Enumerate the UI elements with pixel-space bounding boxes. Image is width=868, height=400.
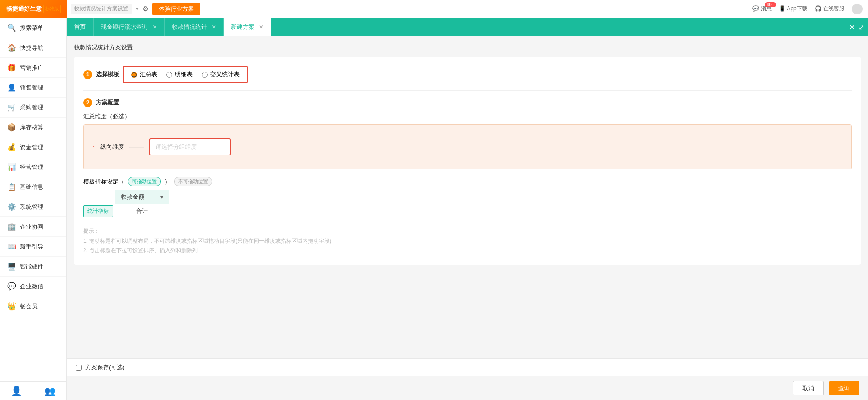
tab-bar: 首页 现金银行流水查询 ✕ 收款情况统计 ✕ 新建方案 ✕ ✕ ⤢ bbox=[67, 18, 868, 36]
query-button[interactable]: 查询 bbox=[829, 381, 859, 395]
download-label: App下载 bbox=[787, 5, 807, 12]
dimension-area: * 纵向维度 —— 请选择分组维度 bbox=[83, 124, 852, 169]
tab-home[interactable]: 首页 bbox=[67, 18, 94, 36]
sidebar-item-member[interactable]: 👑 畅会员 bbox=[0, 296, 66, 316]
indicator-section: 模板指标设定（ 可拖动位置 ） 不可拖动位置 统计指标 收款金额 ▾ bbox=[83, 177, 852, 219]
tips-section: 提示： 1. 拖动标题栏可以调整布局，不可跨维度或指标区域拖动目字段(只能在同一… bbox=[83, 226, 852, 256]
sidebar-label: 畅会员 bbox=[20, 302, 38, 311]
stat-table: 收款金额 ▾ 合计 bbox=[115, 190, 169, 218]
sidebar-label: 新手引导 bbox=[20, 243, 43, 251]
chart-icon: 📊 bbox=[7, 163, 16, 171]
tip-1: 1. 拖动标题栏可以调整布局，不可跨维度或指标区域拖动目字段(只能在同一维度或指… bbox=[83, 236, 852, 246]
app-name: 畅捷通好生意 bbox=[6, 5, 42, 13]
stat-table-header: 收款金额 ▾ bbox=[115, 190, 169, 204]
dimension-placeholder: 请选择分组维度 bbox=[156, 143, 197, 151]
tab-new[interactable]: 新建方案 ✕ bbox=[224, 18, 271, 36]
non-draggable-badge: 不可拖动位置 bbox=[174, 177, 212, 186]
breadcrumb: 收款情况统计方案设置 bbox=[71, 4, 132, 14]
page-content: 收款情况统计方案设置 1 选择模板 汇总表 明细表 bbox=[67, 36, 868, 358]
sidebar-item-enterprise[interactable]: 🏢 企业协同 bbox=[0, 217, 66, 237]
tab-new-close[interactable]: ✕ bbox=[259, 24, 264, 30]
list-icon: 📋 bbox=[7, 183, 16, 191]
tab-receipt[interactable]: 收款情况统计 ✕ bbox=[165, 18, 224, 36]
radio-cross[interactable]: 交叉统计表 bbox=[202, 71, 240, 79]
tab-bank[interactable]: 现金银行流水查询 ✕ bbox=[94, 18, 165, 36]
download-item[interactable]: 📱 App下载 bbox=[779, 5, 807, 13]
sidebar-item-system[interactable]: ⚙️ 系统管理 bbox=[0, 197, 66, 217]
app-logo: 畅捷通好生意 标准版 bbox=[0, 0, 67, 18]
cancel-button[interactable]: 取消 bbox=[793, 381, 824, 395]
step2-text: 方案配置 bbox=[96, 99, 119, 107]
tab-bar-right: ✕ ⤢ bbox=[849, 23, 868, 32]
support-label: 在线客服 bbox=[823, 5, 844, 12]
header-right: 💬 消息 99+ 📱 App下载 🎧 在线客服 bbox=[752, 4, 863, 14]
settings-icon[interactable]: ⚙ bbox=[142, 5, 149, 13]
stat-column-dropdown[interactable]: ▾ bbox=[160, 194, 163, 200]
sidebar-label: 搜索菜单 bbox=[20, 24, 43, 32]
radio-summary-input[interactable] bbox=[131, 72, 137, 78]
notification-badge: 99+ bbox=[765, 2, 776, 7]
version-label: 标准版 bbox=[43, 5, 61, 13]
sidebar-item-hardware[interactable]: 🖥️ 智能硬件 bbox=[0, 257, 66, 277]
chat-icon: 💬 bbox=[7, 282, 16, 291]
page-footer: 方案保存(可选) bbox=[67, 358, 868, 376]
book-icon: 📖 bbox=[7, 242, 16, 251]
sidebar-item-purchase[interactable]: 🛒 采购管理 bbox=[0, 98, 66, 118]
sidebar-item-finance[interactable]: 💰 资金管理 bbox=[0, 137, 66, 157]
sidebar-item-basic[interactable]: 📋 基础信息 bbox=[0, 177, 66, 197]
bottom-action-bar: 取消 查询 bbox=[67, 376, 868, 400]
trial-button[interactable]: 体验行业方案 bbox=[152, 3, 200, 15]
user-avatar[interactable] bbox=[852, 4, 863, 14]
save-scheme-label: 方案保存(可选) bbox=[85, 363, 125, 372]
step2-title: 2 方案配置 bbox=[83, 98, 852, 107]
header-left: 畅捷通好生意 标准版 收款情况统计方案设置 ▾ ⚙ 体验行业方案 bbox=[5, 0, 752, 18]
radio-detail-input[interactable] bbox=[166, 72, 172, 78]
sidebar-item-wechat[interactable]: 💬 企业微信 bbox=[0, 277, 66, 296]
tab-receipt-label: 收款情况统计 bbox=[172, 23, 207, 31]
sidebar-item-marketing[interactable]: 🎁 营销推广 bbox=[0, 58, 66, 78]
sidebar-label: 企业协同 bbox=[20, 223, 43, 231]
tab-receipt-close[interactable]: ✕ bbox=[212, 24, 216, 30]
radio-summary-label: 汇总表 bbox=[140, 71, 157, 79]
radio-cross-label: 交叉统计表 bbox=[210, 71, 240, 79]
sidebar-label: 快捷导航 bbox=[20, 44, 43, 52]
sidebar-item-newbie[interactable]: 📖 新手引导 bbox=[0, 237, 66, 257]
radio-summary[interactable]: 汇总表 bbox=[131, 71, 157, 79]
breadcrumb-dropdown[interactable]: ▾ bbox=[136, 5, 139, 12]
radio-detail[interactable]: 明细表 bbox=[166, 71, 193, 79]
sidebar-label: 采购管理 bbox=[20, 104, 43, 112]
step1-circle: 1 bbox=[83, 70, 92, 79]
page-title: 收款情况统计方案设置 bbox=[74, 43, 861, 52]
tab-close-window[interactable]: ✕ bbox=[849, 23, 855, 32]
support-item[interactable]: 🎧 在线客服 bbox=[815, 5, 844, 13]
sidebar-item-inventory[interactable]: 📦 库存核算 bbox=[0, 118, 66, 137]
money-icon: 💰 bbox=[7, 143, 16, 151]
sidebar-item-business[interactable]: 📊 经营管理 bbox=[0, 157, 66, 177]
stat-table-cell: 合计 bbox=[115, 204, 169, 218]
search-icon: 🔍 bbox=[7, 24, 16, 32]
radio-cross-input[interactable] bbox=[202, 72, 208, 78]
main-card: 1 选择模板 汇总表 明细表 交叉统计表 bbox=[74, 57, 861, 265]
sidebar-label: 库存核算 bbox=[20, 123, 43, 132]
content-area: 首页 现金银行流水查询 ✕ 收款情况统计 ✕ 新建方案 ✕ ✕ ⤢ 收款情况统计… bbox=[67, 18, 868, 400]
user-icon-1[interactable]: 👤 bbox=[11, 386, 22, 396]
sidebar-label: 系统管理 bbox=[20, 203, 43, 211]
save-scheme-checkbox[interactable] bbox=[76, 365, 82, 371]
sidebar-label: 销售管理 bbox=[20, 84, 43, 92]
sidebar-item-sales[interactable]: 👤 销售管理 bbox=[0, 78, 66, 98]
tab-maximize[interactable]: ⤢ bbox=[859, 23, 864, 32]
notification-item[interactable]: 💬 消息 99+ bbox=[752, 5, 771, 13]
indicator-separator: ） bbox=[165, 178, 170, 186]
indicator-title-text: 模板指标设定（ bbox=[83, 178, 124, 186]
sidebar-label: 营销推广 bbox=[20, 64, 43, 72]
tab-bank-close[interactable]: ✕ bbox=[152, 24, 157, 30]
dimension-select[interactable]: 请选择分组维度 bbox=[149, 138, 231, 155]
user-icon-2[interactable]: 👥 bbox=[44, 386, 56, 396]
dimension-arrow: —— bbox=[129, 143, 144, 151]
sidebar-item-search[interactable]: 🔍 搜索菜单 bbox=[0, 18, 66, 38]
tip-2: 2. 点击标题栏下拉可设置排序、插入列和删除列 bbox=[83, 246, 852, 256]
sidebar-item-nav[interactable]: 🏠 快捷导航 bbox=[0, 38, 66, 58]
home-icon: 🏠 bbox=[7, 43, 16, 52]
tab-bank-label: 现金银行流水查询 bbox=[101, 23, 148, 31]
dimension-title: 汇总维度（必选） bbox=[83, 113, 852, 121]
